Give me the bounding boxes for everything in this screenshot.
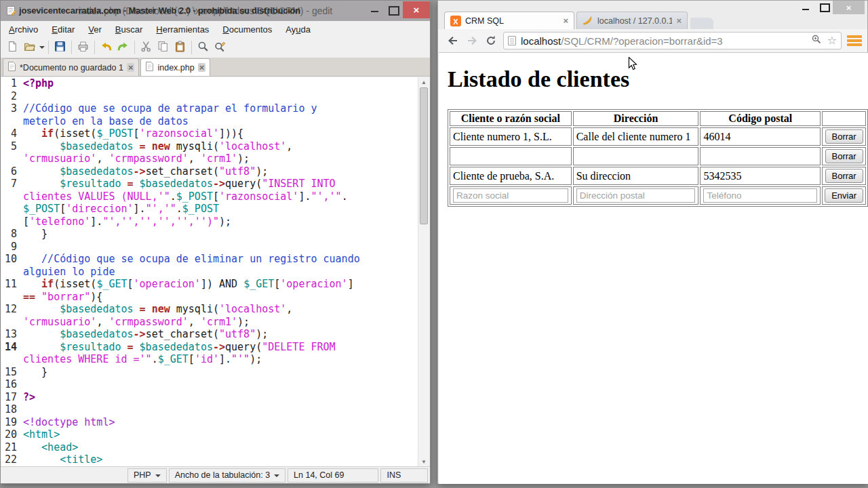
code-text: //Código que se ocupa de atrapar el form… <box>23 102 317 115</box>
undo-button[interactable] <box>98 39 115 56</box>
menu-archivo[interactable]: Archivo <box>2 22 45 37</box>
tab-close-icon[interactable]: × <box>563 16 568 26</box>
find-button[interactable] <box>195 39 212 56</box>
menu-editar[interactable]: Editar <box>45 22 81 37</box>
line-number <box>1 316 23 329</box>
document-tab[interactable]: *Documento no guardado 1× <box>3 58 139 76</box>
tab-close-icon[interactable]: × <box>676 16 682 26</box>
code-line: $_POST['direccion']."','".$_POST <box>1 203 418 216</box>
editor-scrollbar[interactable]: ▲ ▼ <box>418 77 429 467</box>
print-button[interactable] <box>75 39 92 56</box>
line-number <box>1 152 23 165</box>
code-text: alguien lo pide <box>23 266 115 279</box>
tab-width-selector[interactable]: Ancho de la tabulación: 3 <box>169 468 285 483</box>
scroll-down-arrow[interactable]: ▼ <box>418 459 429 465</box>
telefono-input[interactable] <box>703 188 817 203</box>
insert-mode-indicator: INS <box>380 468 428 483</box>
code-line: clientes VALUES (NULL,'".$_POST['razonso… <box>1 190 418 203</box>
minimize-button[interactable] <box>366 1 384 18</box>
form-cell <box>573 186 699 205</box>
enviar-button[interactable]: Enviar <box>825 188 863 203</box>
minimize-button[interactable] <box>797 1 815 13</box>
undo-icon <box>100 41 112 55</box>
new-document-icon <box>7 41 18 55</box>
new-tab-button[interactable] <box>690 18 713 29</box>
razon-social-input[interactable] <box>453 188 568 203</box>
find-replace-button[interactable] <box>212 39 229 56</box>
browser-tab[interactable]: localhost / 127.0.0.1 / crm× <box>576 12 688 29</box>
copy-button[interactable] <box>155 39 172 56</box>
borrar-button[interactable]: Borrar <box>825 169 863 183</box>
code-line: 1<?php <box>1 77 418 90</box>
menu-ver[interactable]: Ver <box>81 22 108 37</box>
code-line: 18 <box>1 403 418 416</box>
browser-titlebar: × <box>438 1 867 12</box>
table-header-row: Cliente o razón socialDirecciónCódigo po… <box>450 111 866 126</box>
code-text: <title> <box>23 453 102 466</box>
line-number: 19 <box>1 416 23 429</box>
tab-close-icon[interactable]: × <box>127 63 135 72</box>
gedit-titlebar: index.php (Disco local (C:) \xampp\htdoc… <box>1 1 430 21</box>
reload-button[interactable] <box>481 31 500 50</box>
line-number: 8 <box>1 228 23 241</box>
toolbar-separator <box>191 41 192 54</box>
line-number: 16 <box>1 378 23 391</box>
code-editor[interactable]: 1<?php23//Código que se ocupa de atrapar… <box>1 77 418 467</box>
browser-tab[interactable]: XCRM SQL× <box>444 12 574 29</box>
open-icon <box>24 41 35 55</box>
paste-button[interactable] <box>172 39 189 56</box>
line-number: 2 <box>1 90 23 103</box>
cut-icon <box>140 41 152 55</box>
menu-documentos[interactable]: Documentos <box>216 22 279 37</box>
paste-icon <box>174 41 186 55</box>
form-row: Enviar <box>450 186 866 205</box>
cut-button[interactable] <box>138 39 155 56</box>
svg-text:X: X <box>453 17 458 25</box>
url-text[interactable]: localhost/SQL/CRM/?operacion=borrar&id=3 <box>521 35 811 47</box>
code-line: 12 $basededatos = new mysqli('localhost'… <box>1 303 418 316</box>
print-icon <box>77 41 89 55</box>
close-button[interactable]: × <box>403 1 430 18</box>
open-dropdown-arrow-icon[interactable] <box>38 39 45 56</box>
line-number: 6 <box>1 165 23 178</box>
code-text: if(isset($_GET['operacion']) AND $_GET['… <box>23 278 354 291</box>
code-line: == "borrar"){ <box>1 291 418 304</box>
document-icon <box>7 62 16 73</box>
borrar-button[interactable]: Borrar <box>825 149 863 163</box>
code-text: } <box>23 228 47 241</box>
page-icon <box>508 36 516 45</box>
menu-ayuda[interactable]: Ayuda <box>279 22 317 37</box>
back-button[interactable] <box>443 31 462 50</box>
line-number: 14 <box>1 341 23 354</box>
browser-menu-button[interactable] <box>847 35 862 47</box>
zoom-icon[interactable] <box>811 34 822 47</box>
new-document-button[interactable] <box>4 39 21 56</box>
maximize-button[interactable] <box>815 1 833 13</box>
open-button[interactable] <box>21 39 38 56</box>
redo-button[interactable] <box>115 39 132 56</box>
tab-title: localhost / 127.0.0.1 / crm <box>597 16 672 26</box>
close-button[interactable]: × <box>833 1 865 14</box>
document-tab[interactable]: index.php× <box>140 58 210 76</box>
address-bar[interactable]: localhost/SQL/CRM/?operacion=borrar&id=3… <box>503 32 842 49</box>
line-number: 22 <box>1 453 23 466</box>
scroll-up-arrow[interactable]: ▲ <box>418 79 429 85</box>
tab-close-icon[interactable]: × <box>198 63 206 72</box>
scrollbar-thumb[interactable] <box>420 87 428 224</box>
gedit-window: index.php (Disco local (C:) \xampp\htdoc… <box>0 0 431 484</box>
code-line: 4 if(isset($_POST['razonsocial'])){ <box>1 127 418 140</box>
table-cell: 46014 <box>700 127 821 146</box>
menu-buscar[interactable]: Buscar <box>108 22 149 37</box>
menu-herramientas[interactable]: Herramientas <box>149 22 216 37</box>
line-number <box>1 216 23 228</box>
browser-window: × XCRM SQL×localhost / 127.0.0.1 / crm× … <box>437 0 868 484</box>
save-button[interactable] <box>52 39 68 56</box>
code-text: meterlo en la base de datos <box>23 115 189 128</box>
direccion-input[interactable] <box>576 188 696 203</box>
bookmark-star-icon[interactable]: ☆ <box>827 35 837 46</box>
find-replace-icon <box>214 41 226 55</box>
forward-button[interactable] <box>462 31 481 50</box>
borrar-button[interactable]: Borrar <box>825 129 863 144</box>
language-selector[interactable]: PHP <box>127 468 167 483</box>
maximize-button[interactable] <box>384 1 403 18</box>
